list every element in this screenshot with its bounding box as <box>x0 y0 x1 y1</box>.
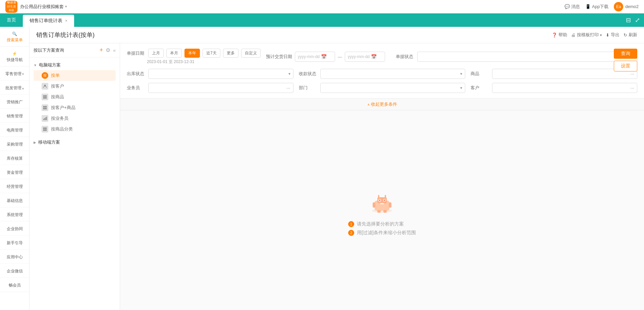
shipment-select[interactable]: ▾ <box>148 69 293 79</box>
scheme-item-by-cust-goods[interactable]: 按客户+商品 <box>34 102 116 113</box>
sidebar-item-wholesale[interactable]: 批发管理 ▴ <box>0 81 29 95</box>
step2-icon: 2 <box>348 230 354 236</box>
date-btn-last-month[interactable]: 上月 <box>148 49 164 58</box>
scheme-panel-title: 按以下方案查询 <box>34 47 64 53</box>
sidebar-item-operations[interactable]: 经营管理 <box>0 179 29 193</box>
date-end-placeholder: yyyy-mm-dd <box>348 54 370 59</box>
user-info[interactable]: Ea demo2 <box>614 2 639 11</box>
tab-expand-icon[interactable]: ⤢ <box>635 16 640 24</box>
tab-home[interactable]: 首页 <box>0 13 23 27</box>
pc-group-title[interactable]: ▼ 电脑端方案 <box>34 60 116 70</box>
sidebar-item-member[interactable]: 畅会员 <box>0 278 29 292</box>
scheme-icon-by-customer <box>42 83 48 90</box>
filter-row-1: 单据日期 上月 本月 本年 近7天 更多 自定义 <box>127 49 637 65</box>
query-button[interactable]: 查询 <box>614 49 637 59</box>
dept-chevron-icon: ▾ <box>460 86 462 90</box>
sidebar-item-appcenter[interactable]: 应用中心 <box>0 250 29 264</box>
sidebar-item-ecommerce[interactable]: 电商管理 <box>0 123 29 137</box>
date-btn-last-7days[interactable]: 近7天 <box>203 49 220 58</box>
print-chevron-icon: ▾ <box>600 33 602 37</box>
sidebar-item-purchase[interactable]: 采购管理 <box>0 137 29 151</box>
salesman-dots-icon[interactable]: ··· <box>286 85 290 91</box>
svg-rect-11 <box>45 117 46 120</box>
help-button[interactable]: ❓ 帮助 <box>552 32 567 38</box>
customer-input[interactable]: ··· <box>492 83 637 93</box>
filter-dept-item: 部门 ▾ <box>299 83 466 93</box>
empty-state: 1 请先选择要分析的方案 2 用[过滤]条件来缩小分析范围 <box>120 110 644 310</box>
avatar: Ea <box>614 2 623 11</box>
wholesale-label: 批发管理 <box>5 85 21 91</box>
set-button[interactable]: 设置 <box>614 61 637 71</box>
svg-rect-13 <box>43 127 45 129</box>
mobile-group-title[interactable]: ▶ 移动端方案 <box>30 137 120 147</box>
calendar-start-icon[interactable]: 📅 <box>321 54 327 59</box>
scheme-label-by-customer: 按客户 <box>51 83 64 89</box>
svg-rect-30 <box>385 195 386 198</box>
sidebar-item-system[interactable]: 系统管理 <box>0 207 29 221</box>
app-logo: 畅捷通好生意标版 <box>5 1 17 13</box>
export-label: 导出 <box>611 32 620 38</box>
date-btn-this-month[interactable]: 本月 <box>166 49 182 58</box>
calendar-end-icon[interactable]: 📅 <box>371 54 377 59</box>
sidebar-item-newuser[interactable]: 新手引导 <box>0 236 29 250</box>
tab-sales-stat[interactable]: 销售订单统计表 × <box>23 15 74 27</box>
status-select[interactable]: ▾ <box>417 52 637 62</box>
payment-chevron-icon: ▾ <box>460 71 462 76</box>
scheme-item-by-salesman[interactable]: 按业务员 <box>34 113 116 124</box>
goods-dots-icon[interactable]: ··· <box>630 71 634 76</box>
chevron-down-icon: ▾ <box>65 4 67 9</box>
sidebar-item-retail[interactable]: 零售管理 ▾ <box>0 66 29 81</box>
sidebar-item-basic[interactable]: 基础信息 <box>0 193 29 207</box>
filter-area: 单据日期 上月 本月 本年 近7天 更多 自定义 <box>120 43 644 99</box>
tab-minimize-icon[interactable]: ⊟ <box>626 16 631 24</box>
payment-label: 收款状态 <box>299 71 318 77</box>
app-selector[interactable]: 办公用品行业模拟账套 ▾ <box>20 4 67 10</box>
scheme-item-by-category[interactable]: 按商品分类 <box>34 124 116 135</box>
refresh-button[interactable]: ↻ 刷新 <box>624 32 637 38</box>
sidebar-item-sales[interactable]: 销售管理 <box>0 109 29 123</box>
content-area: 销售订单统计表(按单) ❓ 帮助 🖨 按模板打印 ▾ ⬇ 导出 ↻ 刷新 <box>30 27 644 310</box>
export-button[interactable]: ⬇ 导出 <box>606 32 620 38</box>
collapse-panel-button[interactable]: « <box>113 48 116 53</box>
print-button[interactable]: 🖨 按模板打印 ▾ <box>571 32 602 38</box>
scheme-item-by-customer[interactable]: 按客户 <box>34 81 116 92</box>
settings-scheme-button[interactable]: ⚙ <box>106 47 110 53</box>
date-btn-custom[interactable]: 自定义 <box>241 49 261 58</box>
svg-rect-6 <box>45 106 47 108</box>
dept-select[interactable]: ▾ <box>320 83 466 93</box>
salesman-input[interactable]: ··· <box>148 83 293 93</box>
sidebar-quick-nav[interactable]: ⚡ 快捷导航 <box>0 47 29 66</box>
message-button[interactable]: 💬 消息 <box>565 4 580 10</box>
predicted-date-end[interactable]: yyyy-mm-dd 📅 <box>345 52 385 62</box>
hint2-text: 用[过滤]条件来缩小分析范围 <box>357 230 416 236</box>
predicted-date-start[interactable]: yyyy-mm-dd 📅 <box>295 52 335 62</box>
sidebar-item-wechat[interactable]: 企业微信 <box>0 264 29 278</box>
export-icon: ⬇ <box>606 33 609 38</box>
newuser-label: 新手引导 <box>7 240 23 246</box>
sidebar-item-enterprise[interactable]: 企业协同 <box>0 221 29 236</box>
sidebar-item-finance[interactable]: 资金管理 <box>0 165 29 179</box>
scheme-item-by-goods[interactable]: 按商品 <box>34 92 116 102</box>
scheme-item-by-order[interactable]: 按 按单 <box>34 70 116 81</box>
sidebar-item-marketing[interactable]: 营销推广 <box>0 95 29 109</box>
sidebar-search-menu[interactable]: 🔍 搜索菜单 <box>0 27 29 47</box>
app-download-button[interactable]: 📱 App下载 <box>585 4 608 10</box>
filter-customer-item: 客户 ··· <box>471 83 637 93</box>
page-title: 销售订单统计表(按单) <box>36 31 95 39</box>
collapse-bar[interactable]: ∧ 收起更多条件 <box>120 99 644 110</box>
date-btn-this-year[interactable]: 本年 <box>184 49 200 58</box>
sidebar-item-inventory[interactable]: 库存核算 <box>0 151 29 165</box>
quick-nav-label: 快捷导航 <box>7 57 23 63</box>
add-scheme-button[interactable]: + <box>100 47 103 54</box>
date-btn-more[interactable]: 更多 <box>223 49 238 58</box>
payment-select[interactable]: ▾ <box>320 69 466 79</box>
date-buttons-group: 上月 本月 本年 近7天 更多 自定义 <box>148 49 261 58</box>
customer-dots-icon[interactable]: ··· <box>630 85 634 91</box>
empty-illustration <box>365 182 399 216</box>
arrow-right-icon: ▶ <box>34 141 36 144</box>
marketing-label: 营销推广 <box>7 99 23 105</box>
scheme-icon-by-order: 按 <box>42 72 48 79</box>
inventory-label: 库存核算 <box>7 156 23 161</box>
tab-close-icon[interactable]: × <box>65 18 67 23</box>
svg-rect-29 <box>378 195 379 198</box>
